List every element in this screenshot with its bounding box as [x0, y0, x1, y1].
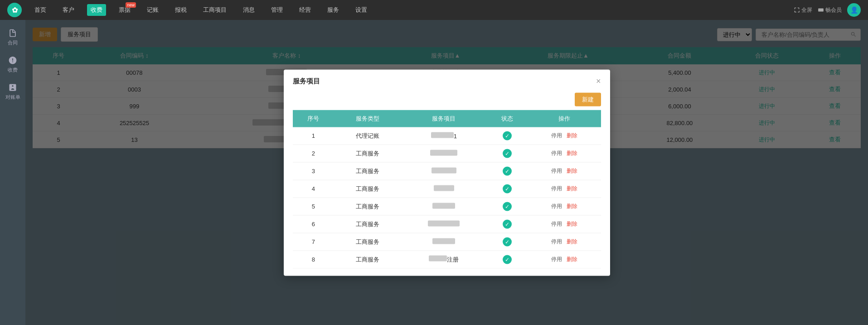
modal-new-button[interactable]: 新建 — [575, 92, 601, 106]
delete-btn-1[interactable]: 删除 — [567, 132, 577, 139]
sidebar-label-fee: 收费 — [8, 67, 18, 73]
nav-message[interactable]: 消息 — [239, 4, 258, 16]
modal-scroll-area[interactable]: 序号 服务类型 服务项目 状态 操作 1 代理记账 1 — [293, 110, 601, 268]
stop-btn-8[interactable]: 停用 — [551, 256, 562, 262]
main-layout: 合同 收费 对账单 新增 服务项目 进行中 全部 — [0, 20, 868, 325]
status-ok-icon-4: ✓ — [503, 184, 512, 193]
stop-btn-1[interactable]: 停用 — [551, 132, 562, 139]
fee-icon — [8, 55, 18, 65]
nav-industrial[interactable]: 工商项目 — [199, 4, 230, 16]
delete-btn-4[interactable]: 删除 — [567, 185, 577, 192]
nav-customer[interactable]: 客户 — [59, 4, 78, 16]
stop-btn-3[interactable]: 停用 — [551, 168, 562, 174]
stop-btn-5[interactable]: 停用 — [551, 203, 562, 209]
delete-btn-8[interactable]: 删除 — [567, 256, 577, 262]
modal-col-action: 操作 — [528, 110, 601, 127]
stop-btn-2[interactable]: 停用 — [551, 150, 562, 156]
status-ok-icon-2: ✓ — [503, 149, 512, 158]
top-nav: ✿ 首页 客户 收费 票据 new 记账 报税 工商项目 消息 管理 经营 服务… — [0, 0, 868, 20]
content-area: 新增 服务项目 进行中 全部 已终止 序号 — [25, 20, 868, 325]
vip-btn[interactable]: 畅会员 — [818, 6, 842, 14]
modal-table-row: 3 工商服务 ✓ 停用 删除 — [293, 162, 601, 180]
modal-table-row: 6 工商服务 ✓ 停用 删除 — [293, 215, 601, 233]
modal-close-button[interactable]: × — [596, 77, 601, 85]
nav-bookkeeping[interactable]: 记账 — [143, 4, 162, 16]
status-ok-icon-5: ✓ — [503, 202, 512, 211]
nav-invoice[interactable]: 票据 new — [115, 4, 134, 16]
new-badge: new — [126, 2, 136, 8]
statement-icon — [8, 82, 18, 92]
modal-col-seq: 序号 — [293, 110, 335, 127]
modal-col-type: 服务类型 — [334, 110, 401, 127]
status-ok-icon-7: ✓ — [503, 237, 512, 246]
fullscreen-btn[interactable]: 全屏 — [794, 6, 812, 14]
modal-table-row: 8 工商服务 注册 ✓ 停用 删除 — [293, 251, 601, 268]
modal-title: 服务项目 — [293, 77, 320, 85]
modal-toolbar: 新建 — [284, 89, 610, 110]
left-sidebar: 合同 收费 对账单 — [0, 20, 25, 325]
nav-service[interactable]: 服务 — [324, 4, 343, 16]
nav-items: 首页 客户 收费 票据 new 记账 报税 工商项目 消息 管理 经营 服务 设… — [31, 4, 794, 16]
status-ok-icon-6: ✓ — [503, 219, 512, 228]
modal-table-row: 7 工商服务 ✓ 停用 删除 — [293, 233, 601, 251]
stop-btn-4[interactable]: 停用 — [551, 185, 562, 192]
modal-body: 序号 服务类型 服务项目 状态 操作 1 代理记账 1 — [284, 110, 610, 276]
status-ok-icon-8: ✓ — [503, 255, 512, 264]
contract-icon — [8, 28, 18, 38]
modal-col-status: 状态 — [486, 110, 528, 127]
nav-fee[interactable]: 收费 — [87, 4, 106, 16]
modal-table-row: 4 工商服务 ✓ 停用 删除 — [293, 180, 601, 198]
nav-home[interactable]: 首页 — [31, 4, 50, 16]
modal-table-row: 1 代理记账 1 ✓ 停用 删除 — [293, 127, 601, 145]
nav-operation[interactable]: 经营 — [296, 4, 315, 16]
stop-btn-7[interactable]: 停用 — [551, 238, 562, 245]
nav-right: 全屏 畅会员 👤 — [794, 3, 861, 17]
user-avatar[interactable]: 👤 — [847, 3, 861, 17]
delete-btn-2[interactable]: 删除 — [567, 150, 577, 156]
logo-icon: ✿ — [7, 3, 22, 17]
delete-btn-6[interactable]: 删除 — [567, 221, 577, 227]
modal-col-item: 服务项目 — [402, 110, 487, 127]
sidebar-label-contract: 合同 — [8, 39, 18, 46]
nav-tax[interactable]: 报税 — [171, 4, 190, 16]
sidebar-item-statement[interactable]: 对账单 — [1, 79, 24, 104]
delete-btn-7[interactable]: 删除 — [567, 238, 577, 245]
nav-management[interactable]: 管理 — [267, 4, 286, 16]
modal-header: 服务项目 × — [284, 69, 610, 89]
nav-settings[interactable]: 设置 — [352, 4, 371, 16]
status-ok-icon-3: ✓ — [503, 166, 512, 175]
status-ok-icon-1: ✓ — [503, 131, 512, 140]
modal-table-row: 5 工商服务 ✓ 停用 删除 — [293, 198, 601, 215]
sidebar-item-contract[interactable]: 合同 — [1, 24, 24, 50]
modal-table-row: 2 工商服务 ✓ 停用 删除 — [293, 145, 601, 162]
stop-btn-6[interactable]: 停用 — [551, 221, 562, 227]
delete-btn-5[interactable]: 删除 — [567, 203, 577, 209]
service-modal: 服务项目 × 新建 序号 服务类型 服务项目 状态 操作 — [284, 69, 610, 276]
delete-btn-3[interactable]: 删除 — [567, 168, 577, 174]
modal-service-table: 序号 服务类型 服务项目 状态 操作 1 代理记账 1 — [293, 110, 601, 268]
sidebar-label-statement: 对账单 — [5, 94, 20, 101]
sidebar-item-fee[interactable]: 收费 — [1, 52, 24, 77]
svg-rect-0 — [818, 9, 824, 12]
